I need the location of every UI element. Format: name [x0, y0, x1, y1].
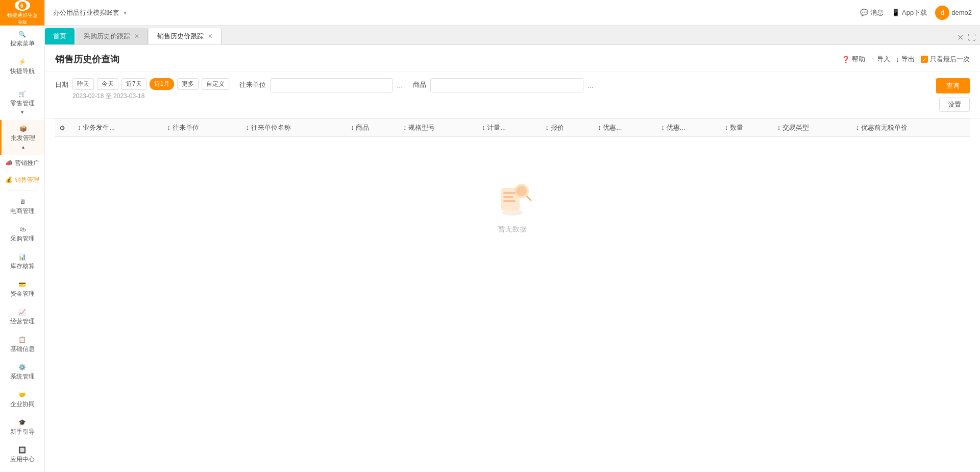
- logo-icon: 6: [15, 0, 30, 11]
- sidebar-item-marketing[interactable]: 📣 营销推广: [0, 155, 45, 172]
- tab-sales-history[interactable]: 销售历史价跟踪 ✕: [149, 28, 222, 44]
- date-btn-more[interactable]: 更多: [177, 78, 199, 90]
- svg-rect-5: [503, 196, 513, 198]
- table-settings-header[interactable]: ⚙: [55, 119, 74, 137]
- sidebar-item-retail[interactable]: 🛒 零售管理 ▾: [0, 85, 45, 120]
- close-icon[interactable]: ✕: [208, 33, 213, 40]
- sidebar-item-finance[interactable]: 💳 资金管理: [0, 276, 45, 303]
- apps-icon: 🔲: [18, 446, 26, 454]
- filter-bar: 日期 昨天 今天 近7天 近1月 更多 自定义 2023-02-18 至 202…: [45, 72, 980, 119]
- export-button[interactable]: ↓ 导出: [896, 55, 915, 64]
- empty-state: 暂无数据: [55, 137, 970, 275]
- date-btn-1month[interactable]: 近1月: [150, 78, 175, 90]
- col-partner-code[interactable]: ↕ 往来单位: [163, 119, 242, 137]
- sidebar-item-ecommerce[interactable]: 🖥 电商管理: [0, 193, 45, 221]
- col-partner-name[interactable]: ↕ 往来单位名称: [242, 119, 347, 137]
- svg-line-9: [527, 196, 531, 200]
- message-icon: 💬: [860, 9, 868, 16]
- sidebar-item-apps[interactable]: 🔲 应用中心: [0, 441, 45, 469]
- close-icon[interactable]: ✕: [134, 33, 139, 40]
- message-label: 消息: [870, 8, 884, 17]
- date-btn-yesterday[interactable]: 昨天: [72, 78, 94, 90]
- filter-options: 昨天 今天 近7天 近1月 更多 自定义 2023-02-18 至 2023-0…: [72, 78, 229, 101]
- dropdown-icon[interactable]: ▾: [124, 9, 127, 16]
- goods-input[interactable]: [430, 78, 583, 92]
- sales-icon: 💰: [5, 176, 13, 183]
- sidebar-item-wholesale[interactable]: 📦 批发管理 ▴: [0, 120, 45, 155]
- svg-rect-6: [503, 200, 516, 202]
- app-download-button[interactable]: 📱 App下载: [892, 8, 927, 17]
- sidebar-item-label: 批发管理: [11, 134, 35, 143]
- col-goods-label: 商品: [356, 124, 369, 131]
- query-button[interactable]: 查询: [936, 78, 970, 93]
- sidebar-item-search[interactable]: 🔍 搜索菜单: [0, 26, 45, 53]
- finance-icon: 💳: [18, 281, 26, 288]
- sidebar-item-guide[interactable]: 🎓 新手引导: [0, 414, 45, 441]
- help-label: 帮助: [852, 55, 865, 64]
- app-title: 办公用品行业模拟账套: [53, 8, 119, 17]
- home-label: 首页: [53, 32, 66, 41]
- tab-home[interactable]: 首页: [45, 28, 75, 44]
- col-discount1[interactable]: ↕ 优惠...: [594, 119, 657, 137]
- info-icon: 📋: [18, 336, 26, 343]
- settings-button[interactable]: 设置: [939, 98, 970, 112]
- sidebar-item-label: 电商管理: [10, 207, 35, 216]
- date-btn-7days[interactable]: 近7天: [121, 78, 146, 90]
- col-partner-name-label: 往来单位名称: [251, 124, 291, 131]
- col-label: ↕: [545, 124, 550, 131]
- chevron-down-icon: ▾: [21, 109, 23, 115]
- partner-filter-label: 往来单位: [239, 78, 266, 89]
- header-right: 💬 消息 📱 App下载 d demo2: [860, 6, 972, 20]
- help-button[interactable]: ❓ 帮助: [842, 55, 865, 64]
- checkbox-icon: [921, 56, 928, 63]
- col-label: ↕: [246, 124, 251, 131]
- close-tab-action[interactable]: ✕: [957, 33, 964, 42]
- col-quantity-label: 数量: [730, 124, 743, 131]
- date-btn-today[interactable]: 今天: [97, 78, 118, 90]
- wholesale-icon: 📦: [19, 125, 27, 132]
- sidebar-item-baseinfo[interactable]: 📋 基础信息: [0, 331, 45, 359]
- col-biz-date[interactable]: ↕ 业务发生...: [74, 119, 163, 137]
- page-title: 销售历史价查询: [55, 53, 119, 65]
- col-discount2[interactable]: ↕ 优惠...: [657, 119, 721, 137]
- import-button[interactable]: ↑ 导入: [871, 55, 890, 64]
- col-quote[interactable]: ↕ 报价: [541, 119, 594, 137]
- avatar: d: [935, 6, 949, 20]
- sidebar-item-quicknav[interactable]: ⚡ 快捷导航: [0, 53, 45, 81]
- col-spec[interactable]: ↕ 规格型号: [399, 119, 478, 137]
- goods-dots-icon[interactable]: ...: [587, 81, 594, 89]
- message-button[interactable]: 💬 消息: [860, 8, 884, 17]
- col-trade-type[interactable]: ↕ 交易类型: [773, 119, 852, 137]
- col-spec-label: 规格型号: [408, 124, 435, 131]
- col-unit[interactable]: ↕ 计量...: [478, 119, 541, 137]
- partner-filter-group: 往来单位 ...: [239, 78, 403, 92]
- col-partner-code-label: 往来单位: [173, 124, 199, 131]
- sidebar-item-operation[interactable]: 📈 经营管理: [0, 303, 45, 331]
- date-filter-group: 日期 昨天 今天 近7天 近1月 更多 自定义 2023-02-18 至 202…: [55, 78, 229, 101]
- tab-label: 采购历史价跟踪: [84, 32, 130, 41]
- sidebar-item-system[interactable]: ⚙️ 系统管理: [0, 359, 45, 386]
- sidebar-item-wechat[interactable]: 💬 企业微信: [0, 469, 45, 472]
- col-label: ↕: [78, 124, 83, 131]
- partner-dots-icon[interactable]: ...: [397, 81, 403, 89]
- date-btn-custom[interactable]: 自定义: [202, 78, 229, 90]
- user-menu[interactable]: d demo2: [935, 6, 972, 20]
- col-label: ↕: [351, 124, 356, 131]
- svg-text:6: 6: [20, 3, 23, 9]
- sidebar-divider-1: [7, 83, 38, 83]
- sidebar-item-collab[interactable]: 🤝 企业协同: [0, 386, 45, 414]
- maximize-action[interactable]: ⛶: [968, 33, 976, 42]
- goods-filter-label: 商品: [413, 78, 426, 89]
- col-goods[interactable]: ↕ 商品: [347, 119, 399, 137]
- sidebar-item-stock[interactable]: 📊 库存核算: [0, 248, 45, 276]
- sidebar-item-purchase[interactable]: 🛍 采购管理: [0, 221, 45, 248]
- col-pre-tax-price[interactable]: ↕ 优惠前无税单价: [852, 119, 970, 137]
- col-quantity[interactable]: ↕ 数量: [721, 119, 773, 137]
- filter-right: 查询 设置: [936, 78, 970, 112]
- partner-input[interactable]: [270, 78, 393, 92]
- only-last-checkbox[interactable]: 只看最后一次: [921, 55, 970, 64]
- export-label: 导出: [901, 55, 915, 64]
- tab-purchase-history[interactable]: 采购历史价跟踪 ✕: [76, 28, 148, 44]
- tab-bar-actions: ✕ ⛶: [957, 33, 980, 44]
- sidebar-item-sales[interactable]: 💰 销售管理: [0, 172, 45, 188]
